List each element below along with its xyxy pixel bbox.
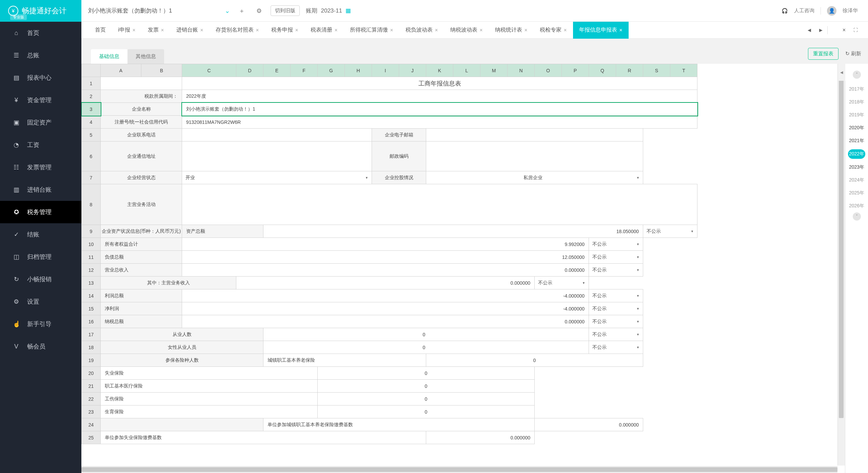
col-Q[interactable]: Q — [589, 64, 616, 77]
col-K[interactable]: K — [426, 64, 453, 77]
tab-所得税汇算清缴[interactable]: 所得税汇算清缴✕ — [344, 22, 399, 39]
row-8[interactable]: 8 — [82, 184, 101, 225]
row-22[interactable]: 22 — [82, 393, 101, 405]
spreadsheet[interactable]: ABCDEFGHIJKLMNOPQRST1工商年报信息表2税款所属期间：2022… — [81, 64, 845, 473]
year-2024年[interactable]: 2024年 — [845, 174, 868, 187]
sub-tab-other[interactable]: 其他信息 — [127, 49, 164, 64]
col-P[interactable]: P — [562, 64, 589, 77]
sub-tab-basic[interactable]: 基础信息 — [91, 49, 127, 64]
vertical-scrollbar[interactable] — [837, 64, 845, 466]
period-selector[interactable]: 账期 2023-11 ▦ — [306, 7, 351, 15]
female-val[interactable]: 0 — [263, 341, 589, 354]
sidebar-item-报表中心[interactable]: ▤报表中心 — [0, 67, 81, 89]
tab-存货别名对照表[interactable]: 存货别名对照表✕ — [210, 22, 265, 39]
row-16[interactable]: 16 — [82, 315, 101, 328]
base-val[interactable]: 0.000000 — [426, 431, 535, 444]
tab-发票[interactable]: 发票✕ — [142, 22, 170, 39]
calendar-icon[interactable]: ▦ — [346, 7, 351, 14]
public-select[interactable]: 不公示 — [535, 277, 589, 289]
account-selector[interactable]: 刘小艳演示账套（勿删勿动！）1 ⌄ ＋ ⚙ 切到旧版 — [88, 5, 300, 16]
tab-税务申报[interactable]: 税务申报✕ — [265, 22, 304, 39]
sidebar-item-小畅报销[interactable]: ↻小畅报销 — [0, 268, 81, 290]
row-13[interactable]: 13 — [82, 277, 101, 289]
tab-进销台账[interactable]: 进销台账✕ — [170, 22, 210, 39]
row-2[interactable]: 2 — [82, 90, 101, 103]
row-6[interactable]: 6 — [82, 141, 101, 171]
sidebar-item-畅会员[interactable]: V畅会员 — [0, 335, 81, 358]
tab-i申报[interactable]: i申报✕ — [112, 22, 142, 39]
row-23[interactable]: 23 — [82, 405, 101, 418]
row-20[interactable]: 20 — [82, 367, 101, 380]
employees-val[interactable]: 0 — [263, 328, 589, 341]
phone-value[interactable] — [182, 129, 372, 141]
asset-val[interactable]: 0.000000 — [182, 315, 589, 328]
reset-report-button[interactable]: 重置报表 — [808, 48, 839, 60]
close-icon[interactable]: ✕ — [295, 28, 298, 33]
tab-prev-icon[interactable]: ◀ — [804, 25, 814, 35]
col-L[interactable]: L — [453, 64, 480, 77]
row-21[interactable]: 21 — [82, 380, 101, 393]
sidebar-item-新手引导[interactable]: ☝新手引导 — [0, 313, 81, 335]
refresh-button[interactable]: ↻ 刷新 — [845, 51, 861, 57]
sidebar-item-归档管理[interactable]: ◫归档管理 — [0, 246, 81, 268]
col-C[interactable]: C — [182, 64, 236, 77]
insure-val[interactable]: 0 — [318, 393, 535, 405]
main-biz-value[interactable] — [182, 184, 697, 225]
zip-value[interactable] — [426, 141, 643, 171]
sidebar-item-固定资产[interactable]: ▣固定资产 — [0, 111, 81, 134]
horizontal-scrollbar[interactable] — [81, 466, 837, 473]
close-icon[interactable]: ✕ — [200, 28, 203, 33]
year-up-icon[interactable]: ˄ — [853, 71, 861, 79]
tab-close-icon[interactable]: ✕ — [839, 25, 849, 35]
addr-value[interactable] — [182, 141, 372, 171]
tab-税检专家[interactable]: 税检专家✕ — [534, 22, 573, 39]
email-value[interactable] — [426, 129, 643, 141]
row-24[interactable]: 24 — [82, 418, 101, 431]
row-10[interactable]: 10 — [82, 238, 101, 251]
col-D[interactable]: D — [236, 64, 263, 77]
tab-首页[interactable]: 首页 — [89, 22, 112, 39]
sidebar-item-结账[interactable]: ✓结账 — [0, 223, 81, 246]
company-value[interactable]: 刘小艳演示账套（勿删勿动！）1 — [182, 103, 697, 116]
close-icon[interactable]: ✕ — [161, 28, 164, 33]
sidebar-item-进销台账[interactable]: ▥进销台账 — [0, 178, 81, 201]
sidebar-item-税务管理[interactable]: ✪税务管理 — [0, 201, 81, 223]
asset-val[interactable]: 18.050000 — [263, 225, 643, 238]
switch-old-version-button[interactable]: 切到旧版 — [271, 5, 300, 16]
year-down-icon[interactable]: ˅ — [853, 212, 861, 221]
row-18[interactable]: 18 — [82, 341, 101, 354]
support-icon[interactable]: 🎧 — [782, 8, 788, 14]
row-11[interactable]: 11 — [82, 251, 101, 264]
row-17[interactable]: 17 — [82, 328, 101, 341]
year-2018年[interactable]: 2018年 — [845, 96, 868, 109]
close-icon[interactable]: ✕ — [132, 28, 136, 33]
public-select[interactable]: 不公示 — [643, 225, 697, 238]
asset-val[interactable]: 9.992000 — [182, 238, 589, 251]
reg-value[interactable]: 91320811MA7NGR2W6R — [182, 116, 697, 129]
tab-纳税波动表[interactable]: 纳税波动表✕ — [444, 22, 489, 39]
year-2025年[interactable]: 2025年 — [845, 187, 868, 200]
public-select[interactable]: 不公示 — [589, 289, 643, 302]
tab-next-icon[interactable]: ▶ — [816, 25, 826, 35]
year-2017年[interactable]: 2017年 — [845, 83, 868, 96]
insure-val[interactable]: 0 — [318, 367, 535, 380]
col-E[interactable]: E — [263, 64, 291, 77]
row-5[interactable]: 5 — [82, 129, 101, 141]
gear-icon[interactable]: ⚙ — [254, 7, 264, 15]
close-icon[interactable]: ✕ — [619, 28, 623, 33]
public-select[interactable]: 不公示 — [589, 238, 643, 251]
asset-val[interactable]: 0.000000 — [182, 264, 589, 277]
close-icon[interactable]: ✕ — [390, 28, 393, 33]
col-F[interactable]: F — [291, 64, 318, 77]
row-7[interactable]: 7 — [82, 171, 101, 184]
sidebar-item-首页[interactable]: ⌂首页 — [0, 22, 81, 44]
status-value[interactable]: 开业 — [182, 171, 372, 184]
row-14[interactable]: 14 — [82, 289, 101, 302]
base-val[interactable]: 0.000000 — [535, 418, 643, 431]
row-4[interactable]: 4 — [82, 116, 101, 129]
sidebar-item-总账[interactable]: ☰总账 — [0, 44, 81, 67]
close-icon[interactable]: ✕ — [479, 28, 483, 33]
close-icon[interactable]: ✕ — [524, 28, 528, 33]
col-I[interactable]: I — [372, 64, 399, 77]
col-B[interactable]: B — [141, 64, 182, 77]
